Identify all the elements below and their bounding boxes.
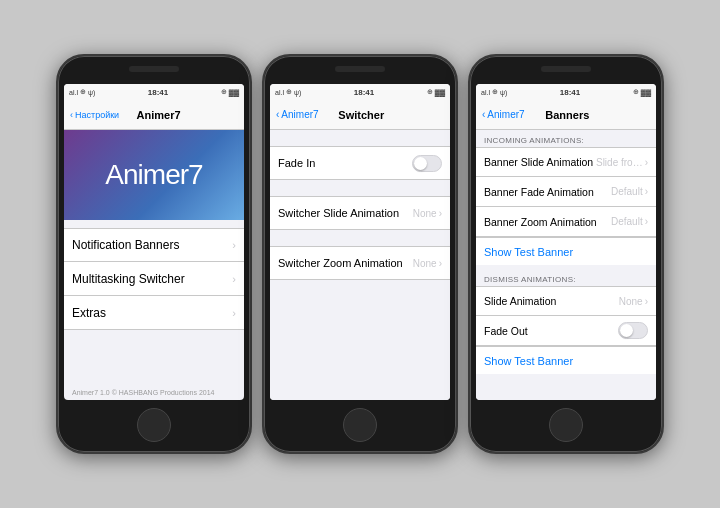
audio-icon-2: ψ): [294, 89, 301, 96]
menu-label-multitasking-switcher: Multitasking Switcher: [72, 272, 185, 286]
section-gap-3: [270, 230, 450, 246]
status-right: ⊕ ▓▓: [221, 88, 239, 96]
banner-zoom-row[interactable]: Banner Zoom Animation Default ›: [476, 207, 656, 237]
banner-zoom-label: Banner Zoom Animation: [484, 216, 597, 228]
menu-item-multitasking-switcher[interactable]: Multitasking Switcher ›: [64, 262, 244, 296]
fade-in-label: Fade In: [278, 157, 315, 169]
battery-icon: ▓▓: [229, 89, 239, 96]
fade-in-row[interactable]: Fade In: [270, 146, 450, 180]
battery-icon-2: ▓▓: [435, 89, 445, 96]
banner-fade-row[interactable]: Banner Fade Animation Default ›: [476, 177, 656, 207]
fade-in-toggle[interactable]: [412, 155, 442, 172]
location-icon-2: ⊕: [427, 88, 433, 96]
phone-2: al.l ⊕ ψ) 18:41 ⊕ ▓▓ ‹ Animer7 Switcher: [262, 54, 458, 454]
status-left-3: al.l ⊕ ψ): [481, 88, 507, 96]
fade-out-row[interactable]: Fade Out: [476, 316, 656, 346]
phone-3-back-label: Animer7: [487, 109, 524, 120]
switcher-zoom-value: None ›: [413, 258, 442, 269]
wifi-icon-2: ⊕: [286, 88, 292, 96]
slide-animation-label: Slide Animation: [484, 295, 556, 307]
banner-zoom-value: Default ›: [611, 216, 648, 227]
location-icon-3: ⊕: [633, 88, 639, 96]
banner-slide-value: Slide fro… ›: [596, 157, 648, 168]
back-chevron-icon-3: ‹: [482, 109, 485, 120]
chevron-icon-7: ›: [645, 216, 648, 227]
switcher-zoom-label: Switcher Zoom Animation: [278, 257, 403, 269]
phone-2-back-label: Animer7: [281, 109, 318, 120]
phone-3-content: INCOMING ANIMATIONS: Banner Slide Animat…: [476, 130, 656, 400]
battery-icon-3: ▓▓: [641, 89, 651, 96]
phone-3-status-bar: al.l ⊕ ψ) 18:41 ⊕ ▓▓: [476, 84, 656, 100]
phone-1: al.l ⊕ ψ) 18:41 ⊕ ▓▓ ‹ Настройки Animer7: [56, 54, 252, 454]
hero-text: Animer7: [105, 159, 202, 191]
switcher-slide-value: None ›: [413, 208, 442, 219]
chevron-icon-6: ›: [645, 186, 648, 197]
phones-container: al.l ⊕ ψ) 18:41 ⊕ ▓▓ ‹ Настройки Animer7: [56, 54, 664, 454]
signal-icon-2: al.l: [275, 89, 284, 96]
phone-1-time: 18:41: [148, 88, 168, 97]
menu-item-notification-banners[interactable]: Notification Banners ›: [64, 228, 244, 262]
chevron-icon-4: ›: [439, 258, 442, 269]
phone-1-back-label: Настройки: [75, 110, 119, 120]
phone-3-nav-bar: ‹ Animer7 Banners: [476, 100, 656, 130]
phone-2-nav-title: Switcher: [338, 109, 384, 121]
audio-icon-3: ψ): [500, 89, 507, 96]
show-test-label-1: Show Test Banner: [484, 246, 573, 258]
phone-3-nav-title: Banners: [545, 109, 589, 121]
status-left: al.l ⊕ ψ): [69, 88, 95, 96]
switcher-slide-label: Switcher Slide Animation: [278, 207, 399, 219]
status-right-3: ⊕ ▓▓: [633, 88, 651, 96]
phone-2-status-bar: al.l ⊕ ψ) 18:41 ⊕ ▓▓: [270, 84, 450, 100]
wifi-icon-3: ⊕: [492, 88, 498, 96]
hero-banner: Animer7: [64, 130, 244, 220]
switcher-slide-row[interactable]: Switcher Slide Animation None ›: [270, 196, 450, 230]
phone-3-screen: al.l ⊕ ψ) 18:41 ⊕ ▓▓ ‹ Animer7 Banners: [476, 84, 656, 400]
menu-label-extras: Extras: [72, 306, 106, 320]
dismiss-section-header: DISMISS ANIMATIONS:: [476, 269, 656, 286]
banner-slide-row[interactable]: Banner Slide Animation Slide fro… ›: [476, 147, 656, 177]
slide-animation-value: None ›: [619, 296, 648, 307]
phone-1-nav-title: Animer7: [137, 109, 181, 121]
back-chevron-icon-2: ‹: [276, 109, 279, 120]
back-chevron-icon: ‹: [70, 110, 73, 120]
section-gap-2: [270, 180, 450, 196]
banner-slide-label: Banner Slide Animation: [484, 156, 593, 168]
menu-item-extras[interactable]: Extras ›: [64, 296, 244, 330]
show-test-banner-1[interactable]: Show Test Banner: [476, 237, 656, 265]
chevron-icon: ›: [232, 239, 236, 251]
chevron-icon-5: ›: [645, 157, 648, 168]
chevron-icon: ›: [232, 273, 236, 285]
phone-2-time: 18:41: [354, 88, 374, 97]
banner-fade-value: Default ›: [611, 186, 648, 197]
show-test-banner-2[interactable]: Show Test Banner: [476, 346, 656, 374]
signal-icon: al.l: [69, 89, 78, 96]
wifi-icon: ⊕: [80, 88, 86, 96]
menu-label-notification-banners: Notification Banners: [72, 238, 179, 252]
phone-1-back-button[interactable]: ‹ Настройки: [70, 110, 119, 120]
phone-3-time: 18:41: [560, 88, 580, 97]
phone-2-nav-bar: ‹ Animer7 Switcher: [270, 100, 450, 130]
switcher-zoom-row[interactable]: Switcher Zoom Animation None ›: [270, 246, 450, 280]
incoming-section-header: INCOMING ANIMATIONS:: [476, 130, 656, 147]
status-right-2: ⊕ ▓▓: [427, 88, 445, 96]
fade-out-label: Fade Out: [484, 325, 528, 337]
phone-3-back-button[interactable]: ‹ Animer7: [482, 109, 525, 120]
phone-1-status-bar: al.l ⊕ ψ) 18:41 ⊕ ▓▓: [64, 84, 244, 100]
phone-1-menu: Notification Banners › Multitasking Swit…: [64, 228, 244, 330]
status-left-2: al.l ⊕ ψ): [275, 88, 301, 96]
phone-2-back-button[interactable]: ‹ Animer7: [276, 109, 319, 120]
audio-icon: ψ): [88, 89, 95, 96]
fade-out-toggle[interactable]: [618, 322, 648, 339]
chevron-icon: ›: [232, 307, 236, 319]
phone-1-nav-bar: ‹ Настройки Animer7: [64, 100, 244, 130]
banner-fade-label: Banner Fade Animation: [484, 186, 594, 198]
phone-3: al.l ⊕ ψ) 18:41 ⊕ ▓▓ ‹ Animer7 Banners: [468, 54, 664, 454]
slide-animation-row[interactable]: Slide Animation None ›: [476, 286, 656, 316]
chevron-icon-3: ›: [439, 208, 442, 219]
phone-1-footer: Animer7 1.0 © HASHBANG Productions 2014: [64, 385, 244, 400]
signal-icon-3: al.l: [481, 89, 490, 96]
phone-1-screen: al.l ⊕ ψ) 18:41 ⊕ ▓▓ ‹ Настройки Animer7: [64, 84, 244, 400]
phone-2-content: Fade In Switcher Slide Animation None › …: [270, 130, 450, 400]
show-test-label-2: Show Test Banner: [484, 355, 573, 367]
location-icon: ⊕: [221, 88, 227, 96]
